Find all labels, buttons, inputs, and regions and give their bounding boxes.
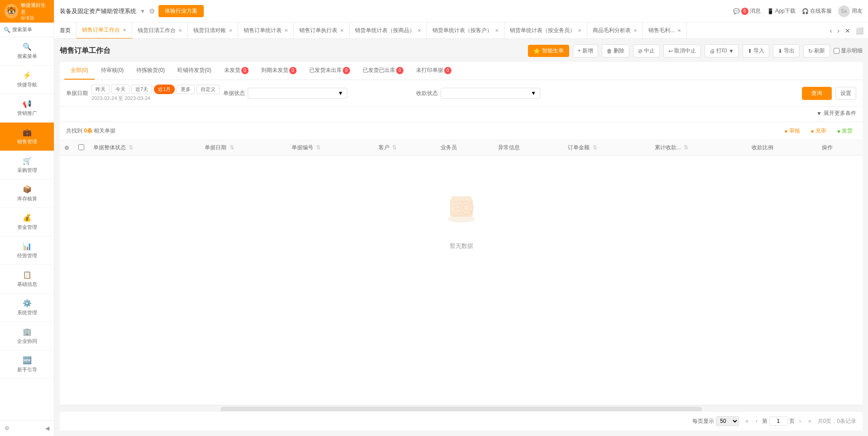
sidebar-item-operation[interactable]: 📊经营管理 <box>0 237 54 265</box>
trial-btn[interactable]: 体验行业方案 <box>158 5 204 17</box>
tab-close-sales-more[interactable]: ✕ <box>677 28 681 33</box>
sidebar-item-search[interactable]: 🔍搜索菜单 <box>0 37 54 66</box>
sidebar-item-inventory[interactable]: 📦库存核算 <box>0 180 54 208</box>
revoke-btn[interactable]: ● 充审 <box>807 126 830 136</box>
sub-tab-shipped-out[interactable]: 已发货已出库0 <box>356 62 410 80</box>
tab-sales-exec[interactable]: 销售订单执行表✕ <box>294 23 350 39</box>
show-detail-checkbox[interactable] <box>834 48 839 54</box>
settings-btn[interactable]: 设置 <box>835 87 856 100</box>
topbar-dropdown-icon[interactable]: ▼ <box>140 8 145 14</box>
tab-product-profit[interactable]: 商品毛利分析表✕ <box>587 23 643 39</box>
tabs-next-btn[interactable]: › <box>835 26 841 35</box>
first-page-btn[interactable]: « <box>743 417 751 425</box>
query-btn[interactable]: 查询 <box>802 87 832 100</box>
sub-tab-pending-audit[interactable]: 待审核(0) <box>95 62 130 80</box>
add-btn[interactable]: + 新增 <box>573 44 598 57</box>
sidebar-item-guide[interactable]: 🆕新手引导 <box>0 351 54 379</box>
ship-btn[interactable]: ● 发货 <box>834 126 856 136</box>
tab-close-cash-daily[interactable]: ✕ <box>178 28 182 33</box>
payment-select[interactable]: ▼ <box>441 88 540 99</box>
tab-sales-workbench[interactable]: 销售订单工作台✕ <box>77 23 132 39</box>
tab-close-sales-exec[interactable]: ✕ <box>340 28 344 33</box>
import-btn[interactable]: ⬆ 导入 <box>743 44 769 57</box>
tabs-prev-btn[interactable]: ‹ <box>828 26 834 35</box>
tab-sales-stat-customer[interactable]: 销货单统计表（按客户）✕ <box>427 23 504 39</box>
page-number-input[interactable] <box>769 417 787 426</box>
tab-cash-reconcile[interactable]: 钱货日清对账✕ <box>188 23 238 39</box>
online-service-item[interactable]: 🎧 在线客服 <box>802 7 832 15</box>
tab-close-product-profit[interactable]: ✕ <box>633 28 637 33</box>
refresh-btn[interactable]: ↻ 刷新 <box>803 44 830 57</box>
sidebar-item-purchase[interactable]: 🛒采购管理 <box>0 151 54 180</box>
app-download-item[interactable]: 📱 App下载 <box>767 7 796 15</box>
tab-sales-more[interactable]: 销售毛利...✕ <box>643 23 687 39</box>
sub-tab-all[interactable]: 全部(0) <box>64 62 95 80</box>
tab-sales-stat-product[interactable]: 销货单统计表（按商品）✕ <box>350 23 427 39</box>
sidebar-item-quick-nav[interactable]: ⚡快捷导航 <box>0 66 54 94</box>
stop-btn[interactable]: ⊘ 中止 <box>633 44 660 57</box>
sub-tab-shipped-not-out[interactable]: 已发货未出库0 <box>303 62 356 80</box>
export-btn[interactable]: ⬇ 导出 <box>773 44 800 57</box>
tab-sales-stat[interactable]: 销售订单统计表✕ <box>238 23 294 39</box>
col-staff-th[interactable]: 业务员 <box>436 140 494 156</box>
sidebar-item-sales[interactable]: 💼销售管理 <box>0 123 54 151</box>
sidebar-item-basic[interactable]: 📋基础信息 <box>0 265 54 294</box>
sidebar-item-marketing[interactable]: 📢营销推广 <box>0 94 54 123</box>
table-scroll-container[interactable]: ⚙ 单据整体状态 ⇅ 单据日期 ⇅ 单据编号 ⇅ 客户 ⇅ 业务员 异常信息 订… <box>60 140 863 405</box>
expand-more-btn[interactable]: ▼ 展开更多条件 <box>816 109 856 117</box>
sub-tab-overdue-ship[interactable]: 到期未发货0 <box>255 62 303 80</box>
show-detail-label[interactable]: 显示明细 <box>834 47 863 55</box>
col-customer-th[interactable]: 客户 ⇅ <box>374 140 436 156</box>
scroll-bar-area[interactable] <box>60 405 863 411</box>
sidebar-item-finance[interactable]: 💰资金管理 <box>0 208 54 237</box>
sub-tab-pending-check[interactable]: 待拣验货(0) <box>130 62 171 80</box>
date-btn-近7天[interactable]: 近7天 <box>131 85 152 94</box>
sidebar-item-company[interactable]: 🏢企业协同 <box>0 322 54 351</box>
col-abnormal-th[interactable]: 异常信息 <box>494 140 564 156</box>
tabs-maximize-btn[interactable]: ⬜ <box>854 26 865 35</box>
tab-close-sales-workbench[interactable]: ✕ <box>123 28 126 33</box>
col-date-th[interactable]: 单据日期 ⇅ <box>200 140 287 156</box>
last-page-btn[interactable]: » <box>806 417 814 425</box>
cancel-stop-btn[interactable]: ↩ 取消中止 <box>663 44 701 57</box>
user-avatar-area[interactable]: Ea 用友 <box>838 5 863 17</box>
message-item[interactable]: 💬 6 消息 <box>733 7 761 15</box>
date-btn-近1月[interactable]: 近1月 <box>154 85 175 94</box>
col-config-th[interactable]: ⚙ <box>60 140 74 156</box>
settings-icon[interactable]: ⚙ <box>5 425 10 431</box>
tab-close-sales-stat-staff[interactable]: ✕ <box>578 28 581 33</box>
sidebar-item-system[interactable]: ⚙️系统管理 <box>0 294 54 322</box>
smart-create-btn[interactable]: ⭐ 智能生单 <box>528 45 569 57</box>
date-btn-更多[interactable]: 更多 <box>177 85 195 94</box>
page-size-select[interactable]: 10 20 50 100 <box>716 416 739 426</box>
status-select[interactable]: ▼ <box>248 88 347 99</box>
delete-btn[interactable]: 🗑 删除 <box>602 44 629 57</box>
tab-home[interactable]: 首页 <box>54 23 77 39</box>
next-page-btn[interactable]: › <box>796 417 804 425</box>
topbar-gear-icon[interactable]: ⚙ <box>149 7 155 15</box>
tab-sales-stat-staff[interactable]: 销货单统计表（按业务员）✕ <box>504 23 587 39</box>
tab-close-cash-reconcile[interactable]: ✕ <box>229 28 232 33</box>
date-btn-今天[interactable]: 今天 <box>111 85 129 94</box>
col-check-th[interactable] <box>74 140 89 156</box>
print-btn[interactable]: 🖨 打印 ▼ <box>705 44 739 57</box>
date-btn-自定义[interactable]: 自定义 <box>197 85 220 94</box>
sub-tab-not-printed[interactable]: 未打印单据0 <box>410 62 458 80</box>
col-status-th[interactable]: 单据整体状态 ⇅ <box>89 140 200 156</box>
tabs-close-btn[interactable]: ✕ <box>843 26 852 35</box>
col-collected-th[interactable]: 累计收款... ⇅ <box>650 140 747 156</box>
tab-close-sales-stat-product[interactable]: ✕ <box>417 28 421 33</box>
tab-close-sales-stat-customer[interactable]: ✕ <box>495 28 499 33</box>
date-btn-昨天[interactable]: 昨天 <box>91 85 110 94</box>
collapse-icon[interactable]: ◀ <box>45 425 49 431</box>
tab-cash-daily[interactable]: 钱货日清工作台✕ <box>132 23 188 39</box>
tab-close-sales-stat[interactable]: ✕ <box>284 28 288 33</box>
audit-btn[interactable]: ● 审核 <box>781 126 803 136</box>
col-number-th[interactable]: 单据编号 ⇅ <box>287 140 374 156</box>
sidebar-search[interactable]: 🔍 搜索菜单 <box>0 23 54 37</box>
sub-tab-not-shipped[interactable]: 未发货0 <box>218 62 255 80</box>
prev-page-btn[interactable]: ‹ <box>753 417 760 425</box>
sub-tab-wangpu-pending[interactable]: 旺铺待发货(0) <box>171 62 218 80</box>
select-all-checkbox[interactable] <box>78 144 84 150</box>
col-amount-th[interactable]: 订单金额 ⇅ <box>563 140 650 156</box>
